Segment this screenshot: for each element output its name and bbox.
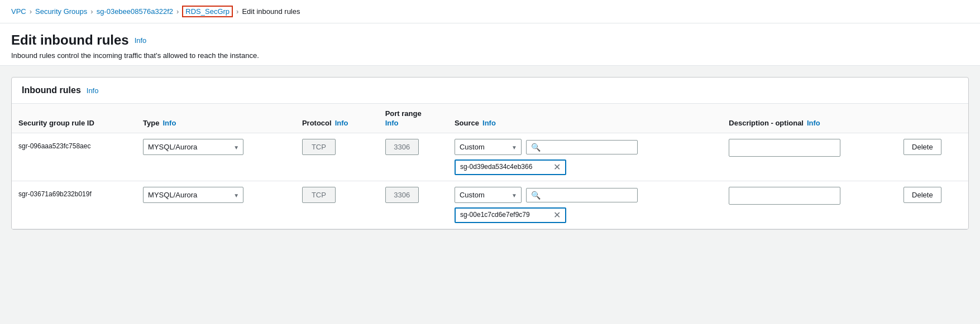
rule-port-0: 3306 bbox=[379, 133, 448, 181]
breadcrumb-security-groups[interactable]: Security Groups bbox=[35, 7, 87, 16]
source-select-1[interactable]: CustomAnywhere-IPv4Anywhere-IPv6My IP bbox=[455, 187, 522, 203]
page-title: Edit inbound rules bbox=[11, 32, 129, 48]
desc-input-1[interactable] bbox=[729, 187, 840, 205]
source-tag-text-1: sg-00e1c7cd6e7ef9c79 bbox=[460, 211, 550, 219]
source-search-1[interactable]: 🔍 bbox=[526, 188, 638, 202]
breadcrumb-vpc[interactable]: VPC bbox=[11, 7, 26, 16]
port-field-0: 3306 bbox=[385, 139, 419, 155]
rule-type-0: MYSQL/AuroraCustom TCPHTTPHTTPSSSHAll tr… bbox=[136, 133, 295, 181]
col-type: Type Info bbox=[136, 104, 295, 133]
rule-delete-0: Delete bbox=[897, 133, 968, 181]
source-search-input-1[interactable] bbox=[544, 191, 633, 199]
page-description: Inbound rules control the incoming traff… bbox=[11, 51, 969, 60]
content-area: Inbound rules Info Security group rule I… bbox=[0, 66, 980, 241]
rule-desc-0 bbox=[722, 133, 897, 181]
section-info-link[interactable]: Info bbox=[87, 86, 99, 95]
col-rule-id: Security group rule ID bbox=[12, 104, 136, 133]
table-row: sgr-096aaa523fc758aecMYSQL/AuroraCustom … bbox=[12, 133, 968, 181]
col-port-range: Port range Info bbox=[379, 104, 448, 133]
type-select-1[interactable]: MYSQL/AuroraCustom TCPHTTPHTTPSSSHAll tr… bbox=[143, 187, 243, 203]
protocol-field-0: TCP bbox=[302, 139, 336, 155]
breadcrumb: VPC › Security Groups › sg-03ebee08576a3… bbox=[0, 0, 980, 23]
rule-protocol-1: TCP bbox=[295, 181, 379, 229]
source-tag-0: sg-0d39eda534c4eb366✕ bbox=[455, 159, 566, 175]
col-description: Description - optional Info bbox=[722, 104, 897, 133]
rule-type-1: MYSQL/AuroraCustom TCPHTTPHTTPSSSHAll tr… bbox=[136, 181, 295, 229]
source-tag-close-0[interactable]: ✕ bbox=[553, 163, 561, 172]
rule-delete-1: Delete bbox=[897, 181, 968, 229]
type-col-info[interactable]: Info bbox=[163, 119, 176, 127]
protocol-field-1: TCP bbox=[302, 187, 336, 203]
type-select-0[interactable]: MYSQL/AuroraCustom TCPHTTPHTTPSSSHAll tr… bbox=[143, 139, 243, 155]
desc-col-info[interactable]: Info bbox=[807, 119, 820, 127]
breadcrumb-rds-secgrp[interactable]: RDS_SecGrp bbox=[182, 6, 233, 17]
col-protocol: Protocol Info bbox=[295, 104, 379, 133]
desc-input-0[interactable] bbox=[729, 139, 840, 157]
source-search-0[interactable]: 🔍 bbox=[526, 140, 638, 154]
source-tag-1: sg-00e1c7cd6e7ef9c79✕ bbox=[455, 207, 566, 223]
breadcrumb-sg-id[interactable]: sg-03ebee08576a322f2 bbox=[97, 7, 173, 16]
breadcrumb-current: Edit inbound rules bbox=[242, 7, 300, 16]
search-icon: 🔍 bbox=[531, 191, 541, 200]
source-select-0[interactable]: CustomAnywhere-IPv4Anywhere-IPv6My IP bbox=[455, 139, 522, 155]
section-title: Inbound rules bbox=[22, 85, 81, 95]
source-search-input-0[interactable] bbox=[544, 143, 633, 151]
page-info-link[interactable]: Info bbox=[135, 36, 147, 45]
page-header: Edit inbound rules Info Inbound rules co… bbox=[0, 23, 980, 66]
source-col-info[interactable]: Info bbox=[482, 119, 496, 127]
rule-id-0: sgr-096aaa523fc758aec bbox=[12, 133, 136, 181]
protocol-col-info[interactable]: Info bbox=[335, 119, 348, 127]
rule-source-0: CustomAnywhere-IPv4Anywhere-IPv6My IP▼🔍s… bbox=[448, 133, 722, 181]
port-col-info[interactable]: Info bbox=[385, 119, 399, 127]
col-source: Source Info bbox=[448, 104, 722, 133]
rule-desc-1 bbox=[722, 181, 897, 229]
search-icon: 🔍 bbox=[531, 143, 541, 152]
section-header: Inbound rules Info bbox=[12, 78, 968, 104]
rules-table: Security group rule ID Type Info Protoco… bbox=[12, 104, 968, 229]
rule-port-1: 3306 bbox=[379, 181, 448, 229]
table-row: sgr-03671a69b232b019fMYSQL/AuroraCustom … bbox=[12, 181, 968, 229]
delete-button-0[interactable]: Delete bbox=[903, 139, 941, 155]
rule-protocol-0: TCP bbox=[295, 133, 379, 181]
rule-id-1: sgr-03671a69b232b019f bbox=[12, 181, 136, 229]
port-field-1: 3306 bbox=[385, 187, 419, 203]
source-tag-text-0: sg-0d39eda534c4eb366 bbox=[460, 163, 550, 171]
delete-button-1[interactable]: Delete bbox=[903, 187, 941, 203]
rule-source-1: CustomAnywhere-IPv4Anywhere-IPv6My IP▼🔍s… bbox=[448, 181, 722, 229]
col-action bbox=[897, 104, 968, 133]
source-tag-close-1[interactable]: ✕ bbox=[553, 211, 561, 220]
inbound-rules-section: Inbound rules Info Security group rule I… bbox=[11, 77, 969, 230]
